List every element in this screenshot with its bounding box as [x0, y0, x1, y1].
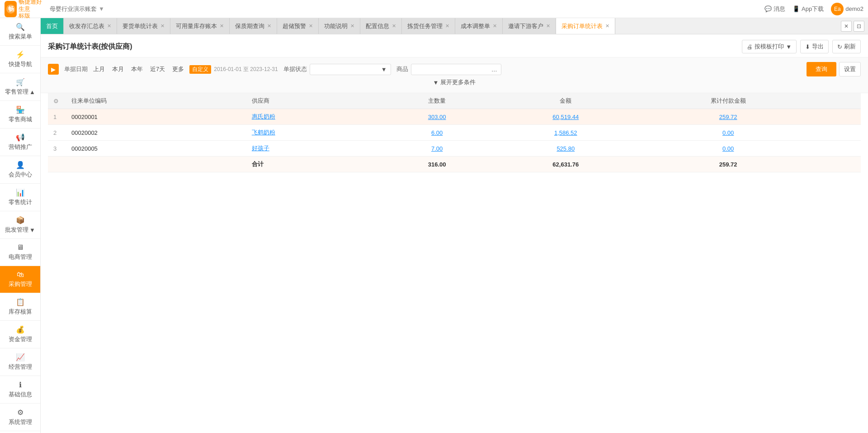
inventory-icon: 📋 [16, 298, 25, 306]
tab-cost[interactable]: 成本调整单 ✕ [455, 18, 503, 34]
status-select[interactable]: ▼ [310, 64, 391, 75]
tab-overstock[interactable]: 超储预警 ✕ [277, 18, 319, 34]
row-amount-1: 60,519.44 [493, 109, 638, 125]
sidebar-item-finance[interactable]: 💰 资金管理 [0, 321, 40, 348]
shortcut-7days[interactable]: 近7天 [147, 64, 168, 74]
row-supplier-1: 惠氏奶粉 [246, 109, 381, 125]
setting-button[interactable]: 设置 [839, 62, 861, 76]
expand-arrow-button[interactable]: ▶ [48, 64, 59, 75]
tab-config[interactable]: 配置信息 ✕ [360, 18, 402, 34]
sidebar-item-member[interactable]: 👤 会员中心 [0, 156, 40, 184]
tab-close-picking[interactable]: ✕ [445, 23, 449, 29]
store-icon: 🏪 [16, 105, 25, 114]
sidebar-item-retail-stats[interactable]: 📊 零售统计 [0, 184, 40, 211]
export-button[interactable]: ⬇ 导出 [800, 40, 829, 53]
qty-link-1[interactable]: 303.00 [428, 114, 446, 120]
svg-text:畅: 畅 [8, 5, 14, 12]
row-qty-3: 7.00 [381, 141, 493, 157]
tab-close-config[interactable]: ✕ [392, 23, 396, 29]
sidebar-item-system[interactable]: ⚙ 系统管理 [0, 404, 40, 431]
tab-purchase-stats[interactable]: 采购订单统计表 ✕ [556, 18, 615, 34]
tab-close-invite[interactable]: ✕ [546, 23, 550, 29]
logo-text: 畅捷通好生意 标版 [19, 0, 45, 19]
tab-maximize-button[interactable]: ⊡ [854, 21, 864, 32]
paid-link-1[interactable]: 259.72 [719, 114, 737, 120]
sidebar-item-retail-mgmt[interactable]: 🛒 零售管理 ▲ [0, 73, 40, 101]
sidebar-item-ecommerce[interactable]: 🖥 电商管理 [0, 239, 40, 266]
tab-picking[interactable]: 拣货任务管理 ✕ [402, 18, 455, 34]
filter-goods-item: 商品 … [396, 64, 501, 75]
sidebar-item-ops[interactable]: 📈 经营管理 [0, 348, 40, 376]
row-paid-1: 259.72 [638, 109, 818, 125]
tab-close-expiry[interactable]: ✕ [267, 23, 271, 29]
goods-label: 商品 [396, 65, 408, 73]
message-icon: 💬 [764, 5, 772, 12]
amount-link-1[interactable]: 60,519.44 [552, 114, 579, 120]
paid-link-3[interactable]: 0.00 [722, 145, 734, 152]
shortcut-last-month[interactable]: 上月 [90, 64, 108, 74]
amount-link-3[interactable]: 525.80 [557, 145, 575, 152]
tab-close-receipts[interactable]: ✕ [107, 23, 111, 29]
sidebar-item-wholesale[interactable]: 📦 批发管理 ▼ [0, 211, 40, 239]
tab-close-button[interactable]: ✕ [841, 21, 852, 32]
tab-invite[interactable]: 邀请下游客户 ✕ [503, 18, 556, 34]
ecommerce-icon: 🖥 [17, 243, 24, 252]
page-content: 采购订单统计表(按供应商) 🖨 按模板打印 ▼ ⬇ 导出 ↻ 刷新 [41, 34, 868, 433]
print-button[interactable]: 🖨 按模板打印 ▼ [742, 40, 797, 53]
qty-link-3[interactable]: 7.00 [431, 145, 443, 152]
sidebar-item-inventory[interactable]: 📋 库存核算 [0, 293, 40, 321]
logo-icon: 畅 [5, 1, 17, 17]
tab-available-inventory[interactable]: 可用量库存账本 ✕ [170, 18, 230, 34]
sidebar-item-search[interactable]: 🔍 搜索菜单 [0, 18, 40, 46]
tab-close-cost[interactable]: ✕ [493, 23, 497, 29]
tab-close-overstock[interactable]: ✕ [309, 23, 313, 29]
tab-bar: 首页 收发存汇总表 ✕ 要货单统计表 ✕ 可用量库存账本 ✕ 保质期查询 ✕ 超… [41, 18, 868, 34]
tab-close-available[interactable]: ✕ [220, 23, 224, 29]
custom-date-tag[interactable]: 自定义 [189, 65, 211, 74]
sidebar-item-marketing[interactable]: 📢 营销推广 [0, 128, 40, 156]
message-button[interactable]: 💬 消息 [764, 5, 785, 13]
finance-icon: 💰 [16, 325, 25, 334]
supplier-link-1[interactable]: 惠氏奶粉 [252, 113, 275, 120]
table-row: 3 00020005 好孩子 7.00 525.80 [48, 141, 861, 157]
app-download-button[interactable]: 📱 App下载 [793, 5, 824, 13]
tab-expiry[interactable]: 保质期查询 ✕ [230, 18, 277, 34]
shortcut-this-month[interactable]: 本月 [109, 64, 127, 74]
system-icon: ⚙ [17, 408, 24, 417]
sidebar-item-retail-store[interactable]: 🏪 零售商城 [0, 101, 40, 128]
row-extra-2 [818, 125, 861, 141]
workspace-selector[interactable]: 母婴行业演示账套 ▼ [45, 5, 764, 13]
sidebar: 🔍 搜索菜单 ⚡ 快捷导航 🛒 零售管理 ▲ 🏪 零售商城 📢 营销推广 👤 会… [0, 18, 41, 433]
sidebar-item-purchase[interactable]: 🛍 采购管理 [0, 266, 40, 293]
sidebar-item-enterprise[interactable]: 🤝 企业协同 [0, 431, 40, 433]
column-settings-icon[interactable]: ⚙ [53, 98, 59, 105]
supplier-link-3[interactable]: 好孩子 [252, 145, 269, 152]
shortcut-more[interactable]: 更多 [170, 64, 187, 74]
goods-input[interactable]: … [411, 64, 501, 75]
amount-link-2[interactable]: 1,586.52 [554, 129, 577, 136]
tab-receipts[interactable]: 收发存汇总表 ✕ [64, 18, 117, 34]
date-label: 单据日期 [64, 65, 88, 73]
supplier-link-2[interactable]: 飞鹤奶粉 [252, 129, 275, 136]
tab-close-functions[interactable]: ✕ [350, 23, 354, 29]
paid-link-2[interactable]: 0.00 [722, 129, 734, 136]
tab-home[interactable]: 首页 [41, 18, 64, 34]
tab-close-requisition[interactable]: ✕ [160, 23, 165, 29]
tab-close-purchase[interactable]: ✕ [605, 23, 609, 29]
sidebar-item-basic-info[interactable]: ℹ 基础信息 [0, 376, 40, 404]
table-row: 2 00020002 飞鹤奶粉 6.00 1,586.52 [48, 125, 861, 141]
col-amount: 金额 [493, 93, 638, 109]
search-button[interactable]: 查询 [807, 62, 836, 76]
purchase-icon: 🛍 [17, 271, 24, 279]
qty-link-2[interactable]: 6.00 [431, 129, 443, 136]
status-select-arrow: ▼ [381, 66, 387, 73]
tab-functions[interactable]: 功能说明 ✕ [319, 18, 360, 34]
sidebar-item-quicknav[interactable]: ⚡ 快捷导航 [0, 46, 40, 73]
row-amount-3: 525.80 [493, 141, 638, 157]
tab-requisition[interactable]: 要货单统计表 ✕ [117, 18, 170, 34]
shortcut-this-year[interactable]: 本年 [128, 64, 146, 74]
page-header: 采购订单统计表(按供应商) 🖨 按模板打印 ▼ ⬇ 导出 ↻ 刷新 [41, 34, 868, 57]
user-menu[interactable]: Ea demo2 [831, 3, 863, 15]
expand-more-button[interactable]: ▼ 展开更多条件 [433, 78, 476, 86]
refresh-button[interactable]: ↻ 刷新 [832, 40, 861, 53]
